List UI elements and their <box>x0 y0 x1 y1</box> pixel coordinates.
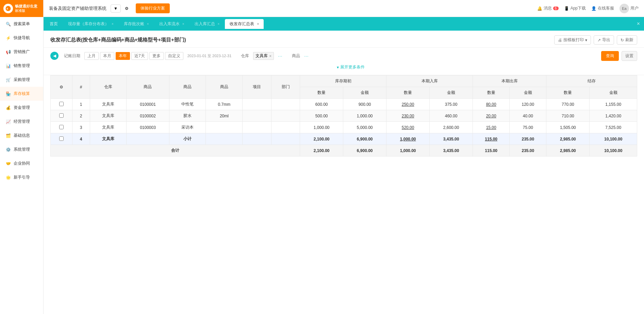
col-settings-header[interactable]: ⚙ <box>51 76 72 99</box>
footer-open-amt: 6,900.00 <box>343 145 386 156</box>
tab-inout-summary[interactable]: 出入库汇总 × <box>190 19 225 29</box>
tab-close-recv-summary[interactable]: × <box>257 22 259 26</box>
user-label: 用户 <box>630 5 639 11</box>
table-cell: 文具库 <box>90 133 126 145</box>
table-cell: 10,100.00 <box>590 133 637 145</box>
settings-gear[interactable]: ⚙ <box>125 6 132 11</box>
period-btn-7days[interactable]: 近7天 <box>131 52 148 60</box>
col-open-amt: 金额 <box>343 87 386 99</box>
sidebar-item-system[interactable]: ⚙️ 系统管理 <box>0 143 43 156</box>
notifications-action[interactable]: 🔔 消息 6 <box>537 5 559 11</box>
search-icon: 🔍 <box>5 21 11 27</box>
table-cell: 120.00 <box>510 99 546 110</box>
period-btn-custom[interactable]: 自定义 <box>165 52 183 60</box>
table-cell: 小计 <box>169 133 206 145</box>
col-open-qty: 数量 <box>300 87 343 99</box>
table-cell <box>271 110 300 122</box>
sidebar-item-purchase[interactable]: 🛒 采购管理 <box>0 73 43 87</box>
underline-value[interactable]: 520.00 <box>402 125 414 130</box>
table-cell <box>271 99 300 110</box>
tab-close-inout-flow[interactable]: × <box>182 22 184 26</box>
underline-value[interactable]: 15.00 <box>486 125 496 130</box>
table-cell[interactable]: 115.00 <box>473 133 510 145</box>
underline-value[interactable]: 250.00 <box>402 102 414 107</box>
sidebar-item-basic[interactable]: 🗂️ 基础信息 <box>0 129 43 143</box>
table-cell: 3 <box>72 122 90 133</box>
sidebar-item-quick-nav[interactable]: ⚡ 快捷导航 <box>0 31 43 45</box>
app-download-action[interactable]: 📱 App下载 <box>564 5 586 11</box>
period-btn-last-month[interactable]: 上月 <box>84 52 99 60</box>
sidebar-item-inventory[interactable]: 🏪 库存核算 <box>0 87 43 101</box>
warehouse-filter-label: 仓库 <box>241 53 249 59</box>
system-name: 装备及固定资产辅助管理系统 <box>49 5 106 12</box>
table-cell[interactable]: 20.00 <box>473 110 510 122</box>
tab-home[interactable]: 首页 <box>45 19 63 29</box>
logo-icon: 6 <box>3 4 13 13</box>
table-cell <box>243 110 271 122</box>
settings-button[interactable]: 设置 <box>622 51 637 61</box>
table-cell[interactable]: 520.00 <box>386 122 430 133</box>
table-cell[interactable]: 250.00 <box>386 99 430 110</box>
table-cell: 235.00 <box>510 133 546 145</box>
table-cell <box>51 122 72 133</box>
period-btn-more[interactable]: 更多 <box>149 52 164 60</box>
sidebar-item-cooperation[interactable]: 🤝 企业协同 <box>0 156 43 170</box>
underline-value[interactable]: 80.00 <box>486 102 496 107</box>
date-range: 2023-01-01 至 2023-12-31 <box>187 53 232 59</box>
table-cell: 600.00 <box>300 99 343 110</box>
warehouse-tag-remove[interactable]: × <box>269 54 271 59</box>
sidebar-item-sales[interactable]: 📊 销售管理 <box>0 59 43 73</box>
collapse-btn[interactable]: ◀ <box>50 52 59 60</box>
close-all-tabs[interactable]: × <box>634 19 643 28</box>
row-checkbox[interactable] <box>59 136 64 141</box>
row-checkbox[interactable] <box>59 113 64 118</box>
expand-btn[interactable]: ▾ 展开更多条件 <box>337 63 365 71</box>
goods-more[interactable]: ··· <box>304 54 309 59</box>
table-cell[interactable]: 1,000.00 <box>386 133 430 145</box>
table-cell: 770.00 <box>546 99 590 110</box>
query-button[interactable]: 查询 <box>601 51 619 61</box>
underline-value[interactable]: 230.00 <box>402 114 414 118</box>
user-action[interactable]: Ea 用户 <box>620 4 639 13</box>
sidebar-item-operations[interactable]: 📈 经营管理 <box>0 115 43 129</box>
sidebar-item-finance[interactable]: 💰 资金管理 <box>0 101 43 115</box>
service-icon: 👤 <box>591 6 596 11</box>
table-cell[interactable]: 80.00 <box>473 99 510 110</box>
footer-in-qty: 1,000.00 <box>386 145 430 156</box>
table-cell: 文具库 <box>90 110 126 122</box>
period-btn-this-month[interactable]: 本月 <box>100 52 114 60</box>
row-checkbox[interactable] <box>59 102 64 106</box>
row-checkbox[interactable] <box>59 125 64 129</box>
tab-close-inout-summary[interactable]: × <box>218 22 220 26</box>
underline-value[interactable]: 1,000.00 <box>400 137 416 142</box>
table-cell[interactable]: 15.00 <box>473 122 510 133</box>
table-cell: 2 <box>72 110 90 122</box>
period-btn-this-year[interactable]: 本年 <box>116 52 130 60</box>
filter-content: 记账日期 上月 本月 本年 近7天 更多 自定义 2023-01-01 至 20… <box>64 51 637 71</box>
tab-inventory-dist[interactable]: 现存量（库存分布表） × <box>63 19 118 29</box>
underline-value[interactable]: 115.00 <box>485 137 497 142</box>
warehouse-more[interactable]: ··· <box>278 54 282 59</box>
data-table: ⚙ # 仓库 商品 商品 商品 项目 部门 库存期初 本期入库 本期出库 结存 <box>50 75 637 156</box>
table-cell: 胶水 <box>169 110 206 122</box>
sidebar-item-marketing[interactable]: 📢 营销推广 <box>0 45 43 59</box>
table-cell[interactable]: 230.00 <box>386 110 430 122</box>
underline-value[interactable]: 20.00 <box>486 114 496 118</box>
sidebar-item-search[interactable]: 🔍 搜索菜单 <box>0 17 43 31</box>
app-download-label: App下载 <box>571 5 586 11</box>
sidebar-item-guide[interactable]: 🌟 新手引导 <box>0 170 43 184</box>
online-service-action[interactable]: 👤 在线客服 <box>591 5 614 11</box>
purchase-icon: 🛒 <box>5 77 11 83</box>
print-button[interactable]: 🖨 按模板打印 ▾ <box>554 35 591 45</box>
tab-close-inventory-dist[interactable]: × <box>112 22 114 26</box>
basic-icon: 🗂️ <box>5 133 11 138</box>
tab-close-batch[interactable]: × <box>147 22 149 26</box>
experience-btn[interactable]: 体验行业方案 <box>136 3 170 13</box>
tab-batch[interactable]: 库存批次账 × <box>119 19 154 29</box>
bell-icon: 🔔 <box>537 6 542 11</box>
export-button[interactable]: ↗ 导出 <box>594 35 614 45</box>
refresh-button[interactable]: ↻ 刷新 <box>617 35 637 45</box>
tab-inout-flow[interactable]: 出入库流水 × <box>154 19 189 29</box>
tab-recv-summary[interactable]: 收发存汇总表 × <box>225 19 264 29</box>
system-selector[interactable]: ▼ <box>111 4 121 13</box>
